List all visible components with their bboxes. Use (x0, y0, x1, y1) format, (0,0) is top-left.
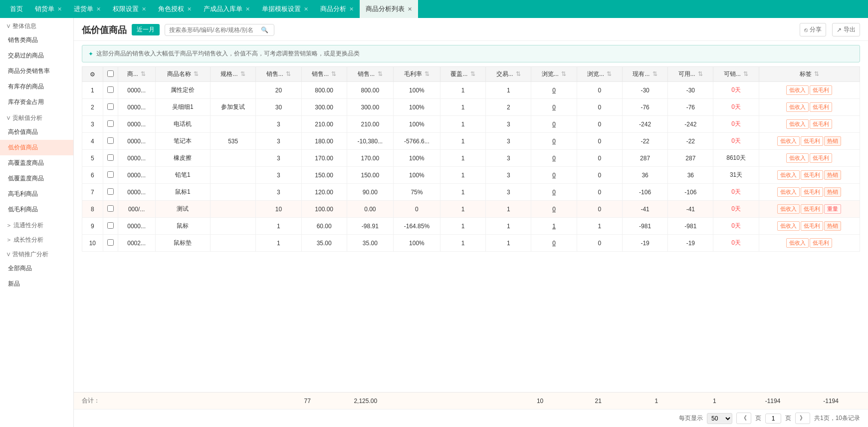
sidebar-group-contribution[interactable]: ∨ 贡献值分析 (0, 110, 73, 124)
row-checkbox[interactable] (107, 205, 114, 212)
row-view1[interactable]: 0 (531, 116, 577, 133)
nav-item-purchase[interactable]: 进货单 ✕ (68, 0, 107, 18)
row-name[interactable]: 测试 (155, 201, 211, 218)
close-icon[interactable]: ✕ (245, 6, 250, 12)
row-view1[interactable]: 0 (531, 167, 577, 184)
row-code: 000/... (118, 201, 155, 218)
sidebar-item-low-coverage[interactable]: 低覆盖度商品 (0, 171, 73, 186)
sidebar-item-high-value[interactable]: 高价值商品 (0, 124, 73, 140)
row-view1[interactable]: 0 (531, 235, 577, 252)
sidebar-group-growth[interactable]: ＞ 成长性分析 (0, 232, 73, 246)
row-view1[interactable]: 1 (531, 218, 577, 235)
prev-page-button[interactable]: 《 (736, 413, 751, 424)
sidebar-item-high-margin[interactable]: 高毛利商品 (0, 186, 73, 202)
row-spec (211, 150, 256, 167)
row-view1[interactable]: 0 (531, 133, 577, 150)
export-button[interactable]: ↗ 导出 (832, 23, 860, 36)
row-checkbox[interactable] (107, 222, 114, 229)
next-page-button[interactable]: 》 (795, 413, 810, 424)
sidebar-item-new-products[interactable]: 新品 (0, 276, 73, 292)
row-name[interactable]: 属性定价 (155, 82, 211, 99)
close-icon[interactable]: ✕ (96, 6, 101, 12)
sidebar-item-low-value[interactable]: 低价值商品 (0, 140, 73, 155)
margin-col-header[interactable]: 毛利率 ⇅ (393, 67, 440, 82)
row-checkbox[interactable] (107, 120, 114, 127)
stock-saleable-col-header[interactable]: 可销... ⇅ (713, 67, 759, 82)
settings-col-header[interactable]: ⚙ (82, 67, 103, 82)
sale-amount-col-header[interactable]: 销售... ⇅ (301, 67, 347, 82)
sidebar-item-low-margin[interactable]: 低毛利商品 (0, 202, 73, 217)
row-view1[interactable]: 0 (531, 99, 577, 116)
view2-col-header[interactable]: 浏览... ⇅ (577, 67, 622, 82)
row-spec: 535 (211, 133, 256, 150)
row-view1[interactable]: 0 (531, 150, 577, 167)
row-checkbox[interactable] (107, 137, 114, 144)
search-icon[interactable]: 🔍 (261, 26, 268, 33)
row-name[interactable]: 鼠标1 (155, 184, 211, 201)
trade-col-header[interactable]: 交易... ⇅ (486, 67, 531, 82)
close-icon[interactable]: ✕ (408, 6, 412, 12)
row-name[interactable]: 笔记本 (155, 133, 211, 150)
coverage-col-header[interactable]: 覆盖... ⇅ (440, 67, 485, 82)
spec-col-header[interactable]: 规格... ⇅ (211, 67, 256, 82)
close-icon[interactable]: ✕ (57, 6, 62, 12)
code-col-header[interactable]: 商... ⇅ (118, 67, 155, 82)
row-spec (211, 201, 256, 218)
name-col-header[interactable]: 商品名称 ⇅ (155, 67, 211, 82)
sidebar-group-circulation[interactable]: ＞ 流通性分析 (0, 217, 73, 232)
row-name[interactable]: 鼠标 (155, 218, 211, 235)
row-name[interactable]: 铅笔1 (155, 167, 211, 184)
row-view1[interactable]: 0 (531, 82, 577, 99)
close-icon[interactable]: ✕ (304, 6, 308, 12)
row-days: 0天 (713, 133, 759, 150)
nav-item-roles[interactable]: 角色授权 ✕ (152, 0, 198, 18)
page-size-select[interactable]: 50 100 200 (707, 413, 732, 424)
close-icon[interactable]: ✕ (187, 6, 192, 12)
row-checkbox[interactable] (107, 86, 114, 93)
nav-item-template[interactable]: 单据模板设置 ✕ (256, 0, 314, 18)
share-button[interactable]: ⎋ 分享 (800, 23, 826, 36)
sidebar-group-overview[interactable]: ∨ 整体信息 (0, 18, 73, 32)
sidebar-item-high-coverage[interactable]: 高覆盖度商品 (0, 155, 73, 171)
row-name[interactable]: 电话机 (155, 116, 211, 133)
row-checkbox[interactable] (107, 188, 114, 195)
sidebar-item-stocked-products[interactable]: 有库存的商品 (0, 79, 73, 94)
row-checkbox[interactable] (107, 239, 114, 246)
row-stock-available: -76 (668, 99, 713, 116)
row-checkbox[interactable] (107, 171, 114, 178)
close-icon[interactable]: ✕ (349, 6, 354, 12)
row-checkbox[interactable] (107, 154, 114, 161)
sidebar-item-traded-products[interactable]: 交易过的商品 (0, 48, 73, 63)
nav-item-permissions[interactable]: 权限设置 ✕ (107, 0, 152, 18)
row-name[interactable]: 鼠标垫 (155, 235, 211, 252)
row-name[interactable]: 橡皮擦 (155, 150, 211, 167)
nav-item-sales[interactable]: 销货单 ✕ (29, 0, 68, 18)
sale-qty-col-header[interactable]: 销售... ⇅ (256, 67, 301, 82)
sidebar-item-sales-products[interactable]: 销售类商品 (0, 32, 73, 48)
nav-item-analysis[interactable]: 商品分析 ✕ (314, 0, 360, 18)
close-icon[interactable]: ✕ (142, 6, 146, 12)
select-all-checkbox[interactable] (107, 70, 114, 77)
row-view1[interactable]: 0 (531, 184, 577, 201)
view1-col-header[interactable]: 浏览... ⇅ (531, 67, 577, 82)
tag: 低毛利 (801, 204, 823, 214)
row-view2: 0 (577, 116, 622, 133)
tags-col-header[interactable]: 标签 ⇅ (759, 67, 860, 82)
page-input[interactable] (765, 414, 781, 424)
checkbox-col-header[interactable] (103, 67, 118, 82)
sale-profit-col-header[interactable]: 销售... ⇅ (347, 67, 393, 82)
nav-item-warehouse[interactable]: 产成品入库单 ✕ (198, 0, 256, 18)
period-button[interactable]: 近一月 (132, 24, 160, 35)
sidebar-item-all-products[interactable]: 全部商品 (0, 261, 73, 276)
sidebar-item-category-rate[interactable]: 商品分类销售率 (0, 63, 73, 79)
search-input[interactable] (169, 26, 259, 33)
sidebar-item-stock-capital[interactable]: 库存资金占用 (0, 94, 73, 110)
nav-item-home[interactable]: 首页 (4, 0, 29, 18)
row-checkbox[interactable] (107, 103, 114, 110)
row-name[interactable]: 吴细细1 (155, 99, 211, 116)
row-view1[interactable]: 0 (531, 201, 577, 218)
stock-available-col-header[interactable]: 可用... ⇅ (668, 67, 713, 82)
sidebar-group-marketing[interactable]: ∨ 营销推广分析 (0, 246, 73, 261)
stock-current-col-header[interactable]: 现有... ⇅ (622, 67, 667, 82)
nav-item-analysis-list[interactable]: 商品分析列表 ✕ (360, 0, 418, 18)
